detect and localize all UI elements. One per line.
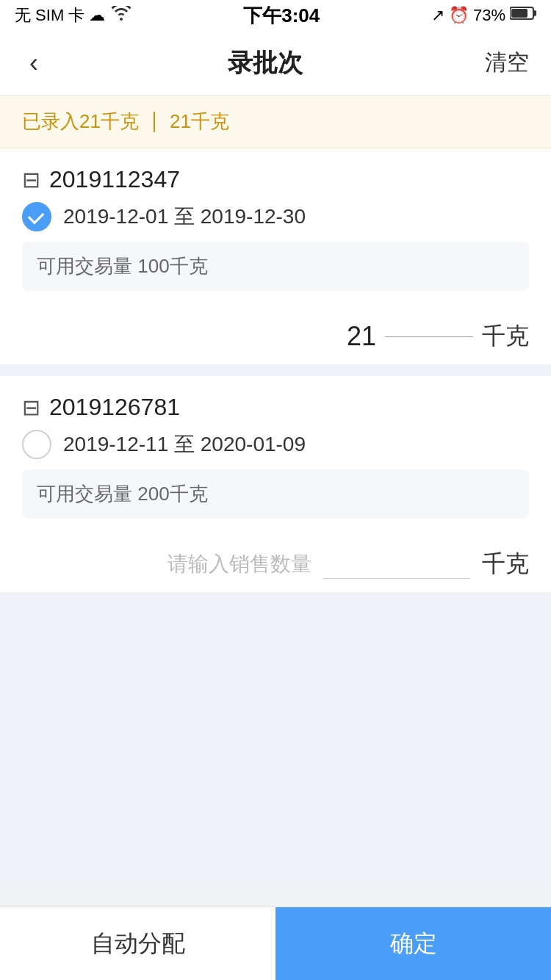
batch-item-1: ⊟ 2019112347 2019-12-01 至 2019-12-30 可用交… xyxy=(0,148,551,306)
batch-header-2: ⊟ 2019126781 xyxy=(22,394,529,421)
status-bar: 无 SIM 卡 ☁ 下午3:04 ↗ ⏰ 73% xyxy=(0,0,551,31)
avail-row-2: 可用交易量 200千克 xyxy=(22,469,529,519)
status-right: ↗ ⏰ 73% xyxy=(431,6,536,25)
doc-icon-2: ⊟ xyxy=(22,394,40,420)
page-title: 录批次 xyxy=(228,46,303,80)
bottom-bar: 自动分配 确定 xyxy=(0,907,551,980)
info-banner: 已录入21千克 21千克 xyxy=(0,96,551,148)
batch-date-row-1: 2019-12-01 至 2019-12-30 xyxy=(22,202,529,231)
nav-bar: ‹ 录批次 清空 xyxy=(0,31,551,96)
batch-date-row-2: 2019-12-11 至 2020-01-09 xyxy=(22,430,529,459)
svg-rect-2 xyxy=(511,9,527,18)
batch-card-2: ⊟ 2019126781 2019-12-11 至 2020-01-09 可用交… xyxy=(0,376,551,592)
auto-distribute-button[interactable]: 自动分配 xyxy=(0,907,276,980)
qty-placeholder-2: 请输入销售数量 xyxy=(168,550,311,578)
battery-icon xyxy=(510,6,536,25)
clear-button[interactable]: 清空 xyxy=(485,48,529,78)
location-icon: ↗ xyxy=(431,6,444,25)
batch-id-1: 2019112347 xyxy=(49,166,180,193)
main-content: 已录入21千克 21千克 ⊟ 2019112347 2019-12-01 至 2… xyxy=(0,96,551,959)
qty-unit-1: 千克 xyxy=(482,320,529,353)
batch-header-1: ⊟ 2019112347 xyxy=(22,166,529,193)
info-divider xyxy=(154,112,155,132)
back-button[interactable]: ‹ xyxy=(22,40,46,86)
batch-date-1: 2019-12-01 至 2019-12-30 xyxy=(63,203,306,231)
qty-input-row-2: 请输入销售数量 千克 xyxy=(0,533,551,592)
batch-item-2: ⊟ 2019126781 2019-12-11 至 2020-01-09 可用交… xyxy=(0,376,551,533)
total-amount: 21千克 xyxy=(170,109,229,134)
recorded-amount: 已录入21千克 xyxy=(22,109,139,134)
alarm-icon: ⏰ xyxy=(449,6,469,25)
batch-radio-2[interactable] xyxy=(22,430,51,459)
qty-value-1: 21 xyxy=(347,321,376,352)
batch-card-1: ⊟ 2019112347 2019-12-01 至 2019-12-30 可用交… xyxy=(0,148,551,364)
confirm-button[interactable]: 确定 xyxy=(276,907,551,980)
batch-date-2: 2019-12-11 至 2020-01-09 xyxy=(63,430,306,458)
section-divider xyxy=(0,364,551,376)
batch-id-2: 2019126781 xyxy=(49,394,180,421)
status-left: 无 SIM 卡 ☁ xyxy=(15,4,132,26)
qty-underline-1 xyxy=(385,336,473,337)
battery-label: 73% xyxy=(473,6,505,25)
doc-icon-1: ⊟ xyxy=(22,167,40,192)
batch-radio-1[interactable] xyxy=(22,202,51,231)
qty-row-1: 21 千克 xyxy=(0,306,551,364)
sim-label: 无 SIM 卡 ☁ xyxy=(15,4,105,26)
status-time: 下午3:04 xyxy=(243,3,320,29)
qty-unit-2: 千克 xyxy=(482,548,529,580)
wifi-icon xyxy=(111,6,132,25)
svg-rect-1 xyxy=(533,10,536,16)
avail-row-1: 可用交易量 100千克 xyxy=(22,242,529,291)
empty-area xyxy=(0,592,551,886)
qty-input-2[interactable] xyxy=(323,550,470,579)
